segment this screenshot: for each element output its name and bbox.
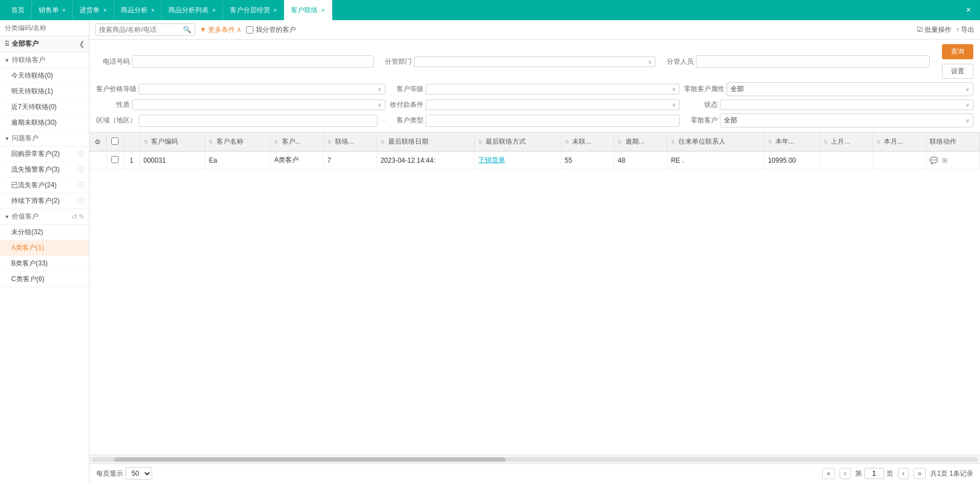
query-button[interactable]: 查询 (942, 44, 973, 59)
close-tab-analysis[interactable]: × (151, 7, 154, 13)
filter-status-select[interactable]: ∨ (720, 100, 973, 110)
filter-price-select[interactable]: ∨ (139, 84, 385, 94)
per-page-select[interactable]: 50 (125, 467, 152, 480)
sidebar-group-problem[interactable]: ▼ 问题客户 (0, 131, 89, 146)
sidebar-item-b-class[interactable]: B类客户(33) (0, 256, 89, 272)
sort-icon-contact[interactable]: ⇅ (327, 139, 332, 145)
close-tab-purchase[interactable]: × (103, 7, 106, 13)
top-nav: 首页 销售单 × 进货单 × 商品分析 × 商品分析列表 × 客户分层经营 × … (0, 0, 980, 20)
tab-analysis-list[interactable]: 商品分析列表 × (162, 0, 223, 20)
filter-retail-attr-select[interactable]: 全部 ∨ (727, 82, 973, 96)
filter-button[interactable]: ▼ 更多条件 ∧ (200, 25, 242, 35)
search-bar: 🔍 (95, 23, 195, 36)
row-actions[interactable]: 💬 ⊞ (926, 151, 979, 169)
settings-button[interactable]: 设置 (942, 64, 973, 79)
sidebar-all-customers[interactable]: ⠿ 全部客户 ❮ (0, 36, 89, 53)
select-all-checkbox[interactable] (111, 138, 119, 145)
row-cb[interactable] (111, 156, 119, 163)
sort-icon-no-contact[interactable]: ⇅ (565, 139, 569, 145)
close-tab-analysis-list[interactable]: × (212, 7, 215, 13)
region-dots-btn[interactable]: ··· (380, 117, 385, 125)
triangle-icon-3: ▼ (4, 214, 10, 220)
sort-icon-year[interactable]: ⇅ (768, 139, 772, 145)
filter-region-input[interactable] (139, 115, 378, 127)
filter-phone-input[interactable] (132, 55, 374, 68)
tab-purchase[interactable]: 进货单 × (73, 0, 114, 20)
close-tab-sales[interactable]: × (62, 7, 65, 13)
close-tab-customer-contact[interactable]: × (321, 7, 324, 13)
scrollbar-track (92, 457, 978, 462)
filter-retail-select[interactable]: 全部 ∨ (720, 113, 973, 127)
search-button[interactable]: 🔍 (183, 26, 191, 34)
col-checkbox[interactable] (106, 132, 123, 151)
my-customer-cb[interactable] (246, 26, 253, 34)
filter-phone-label: 电话号码 (96, 57, 130, 67)
first-page-button[interactable]: « (822, 468, 835, 479)
export-button[interactable]: ↑ 导出 (956, 25, 974, 35)
filter-ctype-input[interactable] (426, 115, 679, 127)
sidebar-item-abnormal[interactable]: 回购异常客户(2) ⓘ (0, 146, 89, 162)
collapse-icon[interactable]: ❮ (79, 40, 84, 48)
horizontal-scrollbar[interactable] (89, 454, 980, 463)
sort-icon-name[interactable]: ⇅ (209, 139, 213, 145)
sort-icon-overdue[interactable]: ⇅ (618, 139, 622, 145)
sidebar-item-7days[interactable]: 近7天待联络(0) (0, 100, 89, 115)
sidebar-item-churned[interactable]: 已流失客户(24) ⓘ (0, 178, 89, 193)
filter-retail-attr: 零散客户属性 全部 ∨ (684, 82, 973, 96)
last-page-button[interactable]: » (913, 468, 926, 479)
page-input[interactable] (864, 468, 884, 479)
sort-icon-code[interactable]: ⇅ (144, 139, 148, 145)
sort-icon-date[interactable]: ⇅ (380, 139, 385, 145)
tab-customer-tier[interactable]: 客户分层经营 × (223, 0, 284, 20)
row-name[interactable]: Ea (205, 151, 271, 169)
info-icon-1: ⓘ (78, 149, 84, 159)
sidebar-group-pending[interactable]: ▼ 待联络客户 (0, 53, 89, 68)
filter-payment: 收付款条件 ∨ (390, 100, 679, 110)
close-all-button[interactable]: × (962, 5, 976, 15)
edit-icon[interactable]: ✎ (79, 213, 84, 221)
close-tab-customer-tier[interactable]: × (274, 7, 277, 13)
filter-dept: 分管部门 ∨ (378, 56, 656, 67)
manager-dots-btn[interactable]: ··· (932, 58, 937, 65)
filter-dept-select[interactable]: ∨ (414, 56, 656, 67)
search-input[interactable] (99, 26, 183, 34)
filter-manager-input[interactable] (696, 55, 930, 68)
filter-payment-select[interactable]: ∨ (426, 100, 679, 110)
refresh-icon[interactable]: ↺ (72, 213, 77, 221)
sidebar-item-ungroup[interactable]: 未分组(32) (0, 225, 89, 240)
filter-nature-select[interactable]: ∨ (132, 100, 385, 110)
sort-icon-person[interactable]: ⇅ (671, 139, 675, 145)
qrcode-icon[interactable]: ⊞ (942, 157, 948, 164)
my-customer-checkbox[interactable]: 我分管的客户 (246, 25, 296, 35)
sort-icon-lmonth[interactable]: ⇅ (823, 139, 828, 145)
sort-icon-type[interactable]: ⇅ (274, 139, 279, 145)
tab-analysis[interactable]: 商品分析 × (114, 0, 162, 20)
tab-home[interactable]: 首页 (4, 0, 32, 20)
sidebar-item-tomorrow[interactable]: 明天待联络(1) (0, 84, 89, 100)
prev-page-button[interactable]: ‹ (840, 468, 851, 479)
sidebar-item-today[interactable]: 今天待联络(0) (0, 68, 89, 84)
sidebar-item-a-class[interactable]: A类客户(1) (0, 240, 89, 256)
filter-customer-level-select[interactable]: ∨ (426, 84, 679, 94)
col-gear[interactable]: ⚙ (89, 132, 106, 151)
sidebar-item-churn-warning[interactable]: 流失预警客户(3) ⓘ (0, 162, 89, 178)
filter-price-level: 客户价格等级 ∨ (96, 84, 385, 94)
scrollbar-thumb[interactable] (114, 457, 506, 462)
table-container: ⚙ ⇅ 客户编码 ⇅ 客户名称 (89, 132, 980, 454)
filter-price-label: 客户价格等级 (96, 84, 136, 94)
batch-op-button[interactable]: ☑ 批量操作 (917, 25, 951, 35)
sidebar-item-overdue[interactable]: 逾期未联络(30) (0, 115, 89, 131)
row-last-method[interactable]: 下销货单 (474, 151, 561, 169)
row-code[interactable]: 000031 (140, 151, 205, 169)
sidebar-item-c-class[interactable]: C类客户(6) (0, 272, 89, 287)
chat-icon[interactable]: 💬 (930, 157, 938, 164)
sidebar-search-input[interactable] (4, 24, 88, 32)
next-page-button[interactable]: › (898, 468, 909, 479)
sort-icon-method[interactable]: ⇅ (478, 139, 483, 145)
sort-icon-month[interactable]: ⇅ (877, 139, 881, 145)
tab-customer-contact[interactable]: 客户联络 × (284, 0, 332, 20)
tab-sales[interactable]: 销售单 × (32, 0, 73, 20)
sidebar-group-value[interactable]: ▼ 价值客户 ↺ ✎ (0, 209, 89, 225)
row-checkbox[interactable] (106, 151, 123, 169)
sidebar-item-declining[interactable]: 持续下滑客户(2) ⓘ (0, 193, 89, 209)
